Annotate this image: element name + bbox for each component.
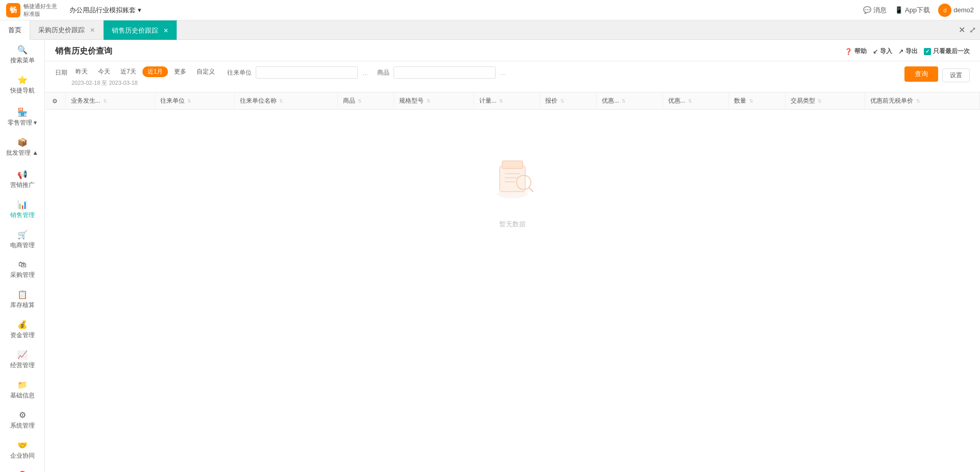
th-pretax-price[interactable]: 优惠前无税单价 ⇅ xyxy=(865,92,980,110)
search-icon: 🔍 xyxy=(2,45,42,55)
app-download-button[interactable]: 📱 App下载 xyxy=(895,6,930,15)
sidebar-item-search[interactable]: 🔍 搜索菜单 xyxy=(0,40,44,70)
user-menu[interactable]: d demo2 xyxy=(938,4,974,17)
svg-line-7 xyxy=(529,187,533,192)
product-input-group: ... xyxy=(394,66,506,79)
date-today[interactable]: 今天 xyxy=(94,66,114,77)
sidebar-item-shortcut[interactable]: ⭐ 快捷导航 xyxy=(0,70,44,100)
th-settings[interactable]: ⚙ xyxy=(45,92,65,110)
sort-icon-3: ⇅ xyxy=(279,99,283,104)
sidebar-item-system[interactable]: ⚙ 系统管理 xyxy=(0,405,44,435)
tab-sales-close[interactable]: ✕ xyxy=(163,27,168,34)
sidebar-item-enterprise[interactable]: 🤝 企业协同 xyxy=(0,435,44,465)
download-icon: 📱 xyxy=(895,6,903,14)
app-selector[interactable]: 办公用品行业模拟账套 ▾ xyxy=(69,6,141,15)
empty-text: 暂无数据 xyxy=(499,220,526,229)
marketing-icon: 📢 xyxy=(2,170,42,179)
avatar: d xyxy=(938,4,951,17)
sort-icon-9: ⇅ xyxy=(688,99,692,104)
logo-icon: 畅 xyxy=(6,3,20,17)
sort-icon-6: ⇅ xyxy=(499,99,503,104)
th-spec[interactable]: 规格型号 ⇅ xyxy=(394,92,474,110)
maximize-button[interactable]: ⤢ xyxy=(969,25,976,35)
page-header: 销售历史价查询 ❓ 帮助 ↙ 导入 ↗ 导出 ✓ xyxy=(45,40,980,61)
tab-sales[interactable]: 销售历史价跟踪 ✕ xyxy=(104,20,177,40)
finance-icon: 💰 xyxy=(2,320,42,329)
close-window-button[interactable]: ✕ xyxy=(959,25,965,35)
th-discount2[interactable]: 优惠... ⇅ xyxy=(663,92,729,110)
date-7days[interactable]: 近7天 xyxy=(116,66,140,77)
partner-search-icon[interactable]: ... xyxy=(362,68,369,77)
operations-icon: 📈 xyxy=(2,350,42,360)
th-quote-price[interactable]: 报价 ⇅ xyxy=(540,92,597,110)
sales-icon: 📊 xyxy=(2,200,42,209)
data-table: ⚙ 业务发生... ⇅ 往来单位 ⇅ 往来单位名称 ⇅ xyxy=(45,92,980,110)
logo-area: 畅 畅捷通好生意 标准版 xyxy=(6,3,57,17)
date-1month[interactable]: 近1月 xyxy=(142,66,168,77)
sort-icon-11: ⇅ xyxy=(818,99,822,104)
th-trade-type[interactable]: 交易类型 ⇅ xyxy=(786,92,865,110)
date-range-display: 2023-02-18 至 2023-03-18 xyxy=(71,79,219,87)
import-icon: ↙ xyxy=(873,48,878,55)
tab-actions: ✕ ⤢ xyxy=(959,25,980,35)
th-business-date[interactable]: 业务发生... ⇅ xyxy=(65,92,155,110)
sidebar-item-wholesale[interactable]: 📦 批发管理 ▲ xyxy=(0,132,44,162)
sort-icon-4: ⇅ xyxy=(358,99,362,104)
sort-icon-7: ⇅ xyxy=(560,99,565,104)
sidebar-item-operations[interactable]: 📈 经营管理 xyxy=(0,345,44,375)
table-header: ⚙ 业务发生... ⇅ 往来单位 ⇅ 往来单位名称 ⇅ xyxy=(45,92,980,110)
product-search-icon[interactable]: ... xyxy=(500,68,506,77)
tab-home-label: 首页 xyxy=(8,26,21,35)
export-icon: ↗ xyxy=(898,48,903,55)
date-custom[interactable]: 自定义 xyxy=(192,66,219,77)
partner-input-group: ... xyxy=(256,66,369,79)
ecommerce-icon: 🛒 xyxy=(2,230,42,240)
import-button[interactable]: ↙ 导入 xyxy=(873,47,892,56)
wholesale-icon: 📦 xyxy=(2,137,42,147)
th-partner-name[interactable]: 往来单位名称 ⇅ xyxy=(234,92,337,110)
th-partner-code[interactable]: 往来单位 ⇅ xyxy=(155,92,234,110)
sidebar-item-inventory[interactable]: 📋 库存核算 xyxy=(0,285,44,315)
sort-icon-10: ⇅ xyxy=(749,99,753,104)
sort-icon-1: ⇅ xyxy=(103,99,107,104)
sidebar-item-basic-info[interactable]: 📁 基础信息 xyxy=(0,375,44,405)
date-buttons: 昨天 今天 近7天 近1月 更多 自定义 xyxy=(71,66,219,77)
message-button[interactable]: 💬 消息 xyxy=(863,6,887,15)
message-icon: 💬 xyxy=(863,6,871,14)
th-product[interactable]: 商品 ⇅ xyxy=(337,92,394,110)
sidebar-item-marketing[interactable]: 📢 营销推广 xyxy=(0,164,44,195)
sidebar-item-guide[interactable]: 🎯 新手引导 xyxy=(0,465,44,472)
page-title: 销售历史价查询 xyxy=(55,46,112,57)
sidebar-item-retail[interactable]: 🏪 零售管理 ▾ xyxy=(0,102,44,132)
product-input[interactable] xyxy=(394,66,496,79)
th-quantity[interactable]: 数量 ⇅ xyxy=(729,92,786,110)
logo-text: 畅捷通好生意 标准版 xyxy=(23,3,57,17)
sort-icon-5: ⇅ xyxy=(427,99,431,104)
sidebar-item-sales[interactable]: 📊 销售管理 xyxy=(0,195,44,225)
tab-purchase-close[interactable]: ✕ xyxy=(90,27,95,34)
date-label: 日期 xyxy=(55,66,67,77)
product-label: 商品 xyxy=(377,66,389,77)
sidebar-item-finance[interactable]: 💰 资金管理 xyxy=(0,315,44,345)
chevron-down-icon: ▾ xyxy=(138,6,141,14)
sidebar-item-purchase[interactable]: 🛍 采购管理 xyxy=(0,255,44,285)
query-button[interactable]: 查询 xyxy=(904,66,938,82)
empty-icon xyxy=(487,151,538,211)
tab-purchase[interactable]: 采购历史价跟踪 ✕ xyxy=(30,20,104,40)
sidebar-item-ecommerce[interactable]: 🛒 电商管理 xyxy=(0,225,44,255)
export-button[interactable]: ↗ 导出 xyxy=(898,47,918,56)
tab-sales-label: 销售历史价跟踪 xyxy=(112,26,158,35)
settings-button[interactable]: 设置 xyxy=(942,68,970,82)
topbar-left: 畅 畅捷通好生意 标准版 办公用品行业模拟账套 ▾ xyxy=(6,3,141,17)
sort-icon-2: ⇅ xyxy=(187,99,191,104)
inventory-icon: 📋 xyxy=(2,290,42,299)
th-unit[interactable]: 计量... ⇅ xyxy=(474,92,540,110)
tab-home[interactable]: 首页 xyxy=(0,20,30,40)
date-yesterday[interactable]: 昨天 xyxy=(71,66,92,77)
th-discount1[interactable]: 优惠... ⇅ xyxy=(597,92,663,110)
basicinfo-icon: 📁 xyxy=(2,380,42,390)
help-button[interactable]: ❓ 帮助 xyxy=(845,47,867,56)
partner-input[interactable] xyxy=(256,66,358,79)
date-more[interactable]: 更多 xyxy=(170,66,190,77)
only-last-checkbox[interactable]: ✓ 只看最后一次 xyxy=(924,47,970,56)
